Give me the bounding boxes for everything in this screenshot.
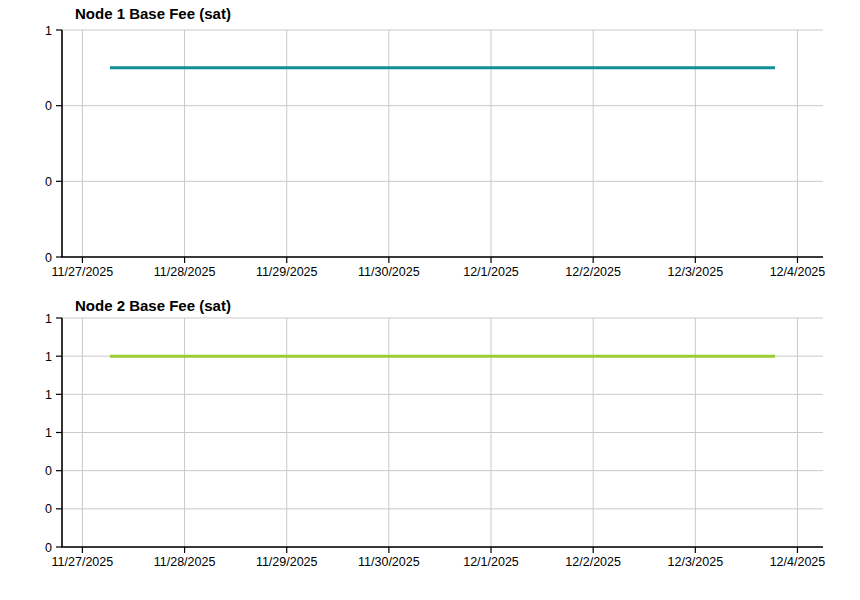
x-tick-label: 11/27/2025 — [52, 555, 114, 569]
x-tick-label: 11/28/2025 — [154, 265, 216, 279]
dual-chart-panel: Node 1 Base Fee (sat) 100011/27/202511/2… — [0, 0, 860, 600]
y-tick-label: 0 — [45, 464, 52, 478]
y-tick-label: 0 — [45, 541, 52, 555]
x-tick-label: 12/3/2025 — [668, 555, 724, 569]
x-tick-label: 12/4/2025 — [770, 555, 826, 569]
y-tick-label: 1 — [45, 426, 52, 440]
x-tick-label: 11/29/2025 — [256, 555, 318, 569]
node2-chart-plot: 111100011/27/202511/28/202511/29/202511/… — [0, 295, 860, 600]
y-tick-label: 1 — [45, 350, 52, 364]
y-tick-label: 1 — [45, 312, 52, 326]
x-tick-label: 12/1/2025 — [463, 265, 519, 279]
x-tick-label: 11/28/2025 — [154, 555, 216, 569]
x-tick-label: 12/4/2025 — [770, 265, 826, 279]
x-tick-label: 11/27/2025 — [52, 265, 114, 279]
x-tick-label: 12/3/2025 — [668, 265, 724, 279]
y-tick-label: 0 — [45, 99, 52, 113]
x-tick-label: 12/2/2025 — [565, 555, 621, 569]
x-tick-label: 12/1/2025 — [463, 555, 519, 569]
y-tick-label: 0 — [45, 502, 52, 516]
node1-chart-plot: 100011/27/202511/28/202511/29/202511/30/… — [0, 0, 860, 290]
x-tick-label: 11/29/2025 — [256, 265, 318, 279]
y-tick-label: 1 — [45, 388, 52, 402]
y-tick-label: 1 — [45, 24, 52, 38]
x-tick-label: 11/30/2025 — [358, 265, 420, 279]
x-tick-label: 11/30/2025 — [358, 555, 420, 569]
y-tick-label: 0 — [45, 251, 52, 265]
x-tick-label: 12/2/2025 — [565, 265, 621, 279]
y-tick-label: 0 — [45, 175, 52, 189]
